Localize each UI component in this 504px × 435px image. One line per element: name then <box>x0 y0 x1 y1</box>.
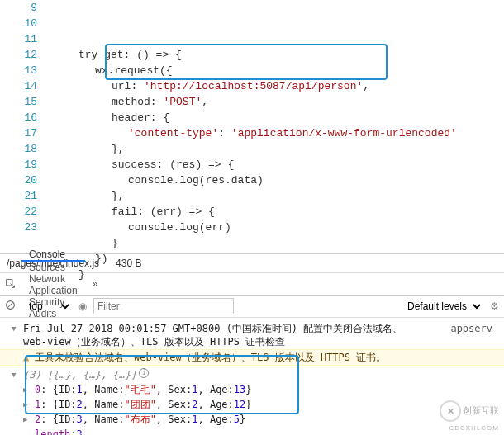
inspect-icon[interactable] <box>5 278 17 290</box>
line-number: 19 <box>0 157 37 173</box>
expand-caret-icon[interactable]: ▶ <box>23 413 27 426</box>
code-line[interactable]: fail: (err) => { <box>45 204 504 220</box>
line-number: 12 <box>0 47 37 63</box>
line-number: 18 <box>0 141 37 157</box>
code-line[interactable]: method: 'POST', <box>45 94 504 110</box>
code-area[interactable]: try_get: () => {wx.request({url: 'http:/… <box>45 0 504 253</box>
array-length: length: 3 <box>0 427 504 435</box>
code-line[interactable]: }, <box>45 188 504 204</box>
code-line[interactable]: }) <box>45 251 504 267</box>
code-line[interactable]: url: 'http://localhost:5087/api/person', <box>45 78 504 94</box>
expand-caret-icon[interactable]: ▼ <box>12 322 16 335</box>
expand-caret-icon[interactable]: ▼ <box>12 368 16 381</box>
line-number: 17 <box>0 125 37 141</box>
code-line[interactable]: success: (res) => { <box>45 157 504 173</box>
console-output: ▼ Fri Jul 27 2018 00:01:57 GMT+0800 (中国标… <box>0 318 504 435</box>
code-line[interactable]: header: { <box>45 110 504 125</box>
line-number: 15 <box>0 94 37 110</box>
line-number: 9 <box>0 0 37 16</box>
console-log-timestamp[interactable]: ▼ Fri Jul 27 2018 00:01:57 GMT+0800 (中国标… <box>0 321 504 349</box>
expand-caret-icon[interactable]: ▶ <box>23 398 27 411</box>
info-icon[interactable]: i <box>139 368 149 378</box>
code-editor: 91011121314151617181920212223 try_get: (… <box>0 0 504 254</box>
code-line[interactable]: } <box>45 267 504 282</box>
code-line[interactable]: try_get: () => { <box>45 47 504 63</box>
code-line[interactable]: wx.request({ <box>45 63 504 78</box>
code-line[interactable]: console.log(res.data) <box>45 173 504 188</box>
context-select[interactable]: top <box>22 299 72 314</box>
warning-icon: ▲ <box>23 351 29 364</box>
line-number: 10 <box>0 16 37 31</box>
code-line[interactable]: console.log(err) <box>45 220 504 235</box>
code-line[interactable]: } <box>45 235 504 251</box>
line-number: 21 <box>0 188 37 204</box>
line-gutter: 91011121314151617181920212223 <box>0 0 45 253</box>
line-number: 14 <box>0 78 37 94</box>
levels-select[interactable]: Default levels <box>401 299 483 314</box>
line-number: 20 <box>0 173 37 188</box>
line-number: 23 <box>0 220 37 235</box>
svg-line-2 <box>7 302 13 308</box>
array-item[interactable]: ▶0: {ID: 1, Name: "毛毛", Sex: 1, Age: 13} <box>0 382 504 397</box>
console-warning: ▲ 工具未校验合法域名、web-view（业务域名）、TLS 版本以及 HTTP… <box>0 349 504 366</box>
console-array-summary[interactable]: ▼ (3) [{…}, {…}, {…}] i <box>0 367 504 382</box>
clear-console-icon[interactable] <box>5 300 16 313</box>
tab-application[interactable]: Application <box>21 285 85 296</box>
filter-input[interactable] <box>93 298 234 314</box>
array-item[interactable]: ▶2: {ID: 3, Name: "布布", Sex: 1, Age: 5} <box>0 412 504 427</box>
line-number: 22 <box>0 204 37 220</box>
expand-caret-icon[interactable]: ▶ <box>23 383 27 396</box>
line-number: 16 <box>0 110 37 125</box>
array-item[interactable]: ▶1: {ID: 2, Name: "团团", Sex: 2, Age: 12} <box>0 397 504 412</box>
eye-icon[interactable]: ◉ <box>78 300 87 312</box>
line-number: 11 <box>0 31 37 47</box>
code-line[interactable]: }, <box>45 141 504 157</box>
watermark-logo: ✕创新互联 CDCXHLCOM <box>433 400 499 430</box>
settings-icon[interactable]: ⚙ <box>490 300 499 312</box>
code-line[interactable]: 'content-type': 'application/x-www-form-… <box>45 125 504 141</box>
source-link[interactable]: appserv <box>450 322 499 348</box>
line-number: 13 <box>0 63 37 78</box>
